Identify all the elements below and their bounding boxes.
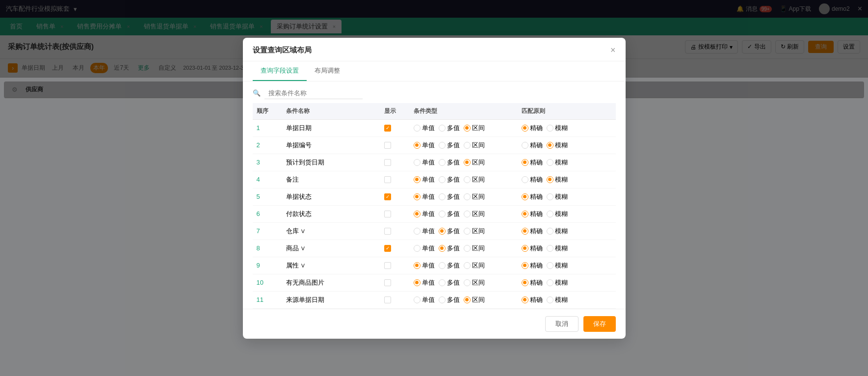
dialog: 设置查询区域布局 × 查询字段设置 布局调整 🔍 顺序 条件名称 显示 条件类型 (243, 38, 626, 103)
dialog-tab-layout-label: 布局调整 (315, 67, 340, 74)
search-input[interactable] (264, 87, 363, 99)
dialog-close-button[interactable]: × (610, 46, 616, 54)
dialog-search-area: 🔍 (243, 81, 626, 103)
modal-overlay: 设置查询区域布局 × 查询字段设置 布局调整 🔍 顺序 条件名称 显示 条件类型 (0, 0, 868, 102)
dialog-tab-fields[interactable]: 查询字段设置 (253, 61, 307, 81)
dialog-tab-layout[interactable]: 布局调整 (307, 61, 348, 81)
dialog-tab-fields-label: 查询字段设置 (261, 67, 299, 74)
dialog-tabs: 查询字段设置 布局调整 (243, 61, 626, 81)
dialog-header: 设置查询区域布局 × (243, 38, 626, 61)
search-icon: 🔍 (253, 89, 261, 97)
dialog-title: 设置查询区域布局 (253, 46, 312, 55)
